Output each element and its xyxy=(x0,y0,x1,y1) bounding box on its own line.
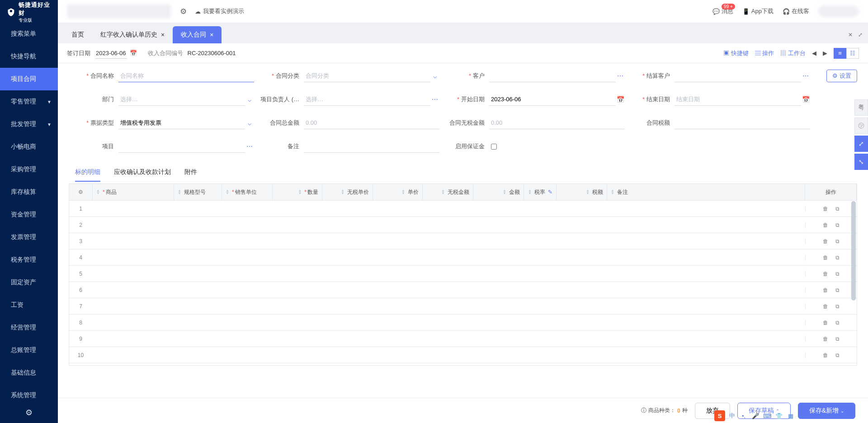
sidebar-item-15[interactable]: 基础信息 xyxy=(0,362,58,384)
view-list-button[interactable]: ≡ xyxy=(834,48,846,59)
sidebar-item-1[interactable]: 快捷导航 xyxy=(0,45,58,68)
copy-icon[interactable]: ⧉ xyxy=(835,222,840,228)
table-row[interactable]: 6🗑⧉ xyxy=(69,282,857,298)
calendar-icon[interactable]: 📅 xyxy=(616,96,625,103)
sidebar-item-11[interactable]: 固定资产 xyxy=(0,271,58,294)
table-row[interactable]: 3🗑⧉ xyxy=(69,233,857,249)
delete-icon[interactable]: 🗑 xyxy=(823,222,828,228)
view-grid-button[interactable]: ☷ xyxy=(846,48,859,59)
chevron-down-icon[interactable]: ⌵ xyxy=(245,96,254,103)
ime-icon[interactable]: 👕 xyxy=(774,411,784,421)
delete-icon[interactable]: 🗑 xyxy=(823,352,828,358)
table-row[interactable]: 4🗑⧉ xyxy=(69,249,857,265)
delete-icon[interactable]: 🗑 xyxy=(823,206,828,212)
table-row[interactable]: 11🗑⧉ xyxy=(69,363,857,365)
copy-icon[interactable]: ⧉ xyxy=(835,206,840,212)
sidebar-item-4[interactable]: 批发管理▼ xyxy=(0,113,58,136)
org-selector[interactable] xyxy=(67,4,171,19)
tab-close-icon[interactable]: × xyxy=(210,31,213,38)
rail-btn-1[interactable]: 粤 xyxy=(854,99,868,116)
sidebar-item-14[interactable]: 总账管理 xyxy=(0,339,58,362)
remark-input[interactable] xyxy=(304,140,439,153)
operate-button[interactable]: ▤ 操作 xyxy=(755,49,774,57)
table-row[interactable]: 7🗑⧉ xyxy=(69,298,857,314)
table-row[interactable]: 1🗑⧉ xyxy=(69,200,857,216)
more-icon[interactable]: ⋯ xyxy=(245,143,254,150)
project-input[interactable] xyxy=(118,140,245,153)
save-new-button[interactable]: 保存&新增⌄ xyxy=(798,403,855,419)
end-date-input[interactable] xyxy=(675,93,801,106)
sidebar-item-3[interactable]: 零售管理▼ xyxy=(0,90,58,113)
calendar-icon[interactable]: 📅 xyxy=(801,96,810,103)
sidebar-item-6[interactable]: 采购管理 xyxy=(0,158,58,181)
grid-gear-icon[interactable]: ⚙ xyxy=(69,184,93,200)
contract-category-select[interactable] xyxy=(304,70,430,82)
customer-input[interactable] xyxy=(489,70,616,82)
delete-icon[interactable]: 🗑 xyxy=(823,336,828,342)
detail-tab-0[interactable]: 标的明细 xyxy=(75,168,100,182)
sidebar-item-5[interactable]: 小畅电商 xyxy=(0,136,58,158)
table-row[interactable]: 10🗑⧉ xyxy=(69,347,857,363)
chevron-down-icon[interactable]: ⌵ xyxy=(245,119,254,127)
contract-name-input[interactable] xyxy=(118,70,254,82)
total-input[interactable] xyxy=(304,117,439,129)
scrollbar-thumb[interactable] xyxy=(851,201,856,301)
detail-tab-2[interactable]: 附件 xyxy=(184,168,197,182)
tab-close-icon[interactable]: × xyxy=(161,31,165,38)
sidebar-item-16[interactable]: 系统管理 xyxy=(0,384,58,402)
deposit-checkbox[interactable] xyxy=(491,144,497,150)
table-row[interactable]: 2🗑⧉ xyxy=(69,216,857,233)
nav-prev[interactable]: ◀ xyxy=(812,50,816,56)
sidebar-item-2[interactable]: 项目合同 xyxy=(0,68,58,90)
demo-link[interactable]: ☁ 我要看实例演示 xyxy=(195,7,244,15)
more-icon[interactable]: ⋯ xyxy=(430,96,439,103)
sidebar-item-9[interactable]: 发票管理 xyxy=(0,226,58,249)
copy-icon[interactable]: ⧉ xyxy=(835,303,840,310)
messages-button[interactable]: 💬 消息 99 + xyxy=(712,7,733,15)
sidebar-item-13[interactable]: 经营管理 xyxy=(0,316,58,339)
calendar-icon[interactable]: 📅 xyxy=(130,50,137,56)
rail-btn-4[interactable]: ⤡ xyxy=(854,154,868,170)
table-row[interactable]: 8🗑⧉ xyxy=(69,314,857,330)
copy-icon[interactable]: ⧉ xyxy=(835,254,840,261)
ime-icon[interactable]: ▦ xyxy=(786,411,796,421)
tab-1[interactable]: 红字收入确认单历史× xyxy=(92,26,173,43)
tab-2[interactable]: 收入合同× xyxy=(173,26,222,43)
app-download-button[interactable]: 📱 App下载 xyxy=(742,7,774,15)
sidebar-item-0[interactable]: 搜索菜单 xyxy=(0,23,58,45)
start-date-input[interactable] xyxy=(489,93,616,106)
sidebar-item-12[interactable]: 工资 xyxy=(0,294,58,316)
settings-icon[interactable]: ⚙ xyxy=(25,408,33,417)
tax-amount-input[interactable] xyxy=(675,117,810,129)
shortcut-button[interactable]: ▣ 快捷键 xyxy=(723,49,749,57)
sign-date-value[interactable]: 2023-06-06 xyxy=(95,48,127,59)
ime-icon[interactable]: •, xyxy=(739,411,749,421)
tab-0[interactable]: 首页 xyxy=(63,26,92,43)
copy-icon[interactable]: ⧉ xyxy=(835,320,840,326)
copy-icon[interactable]: ⧉ xyxy=(835,238,840,244)
dept-select[interactable] xyxy=(118,93,245,106)
copy-icon[interactable]: ⧉ xyxy=(835,287,840,293)
nav-next[interactable]: ▶ xyxy=(823,50,827,56)
copy-icon[interactable]: ⧉ xyxy=(835,352,840,358)
delete-icon[interactable]: 🗑 xyxy=(823,287,828,293)
user-avatar[interactable] xyxy=(818,5,859,17)
ime-icon[interactable]: 🎤 xyxy=(750,411,760,421)
table-row[interactable]: 9🗑⧉ xyxy=(69,330,857,347)
table-row[interactable]: 5🗑⧉ xyxy=(69,265,857,282)
sidebar-item-10[interactable]: 税务管理 xyxy=(0,249,58,271)
more-icon[interactable]: ⋯ xyxy=(616,72,625,80)
delete-icon[interactable]: 🗑 xyxy=(823,238,828,244)
chevron-down-icon[interactable]: ⌵ xyxy=(430,72,439,80)
detail-tab-1[interactable]: 应收确认及收款计划 xyxy=(114,168,171,182)
settings-icon[interactable]: ⚙ xyxy=(180,7,187,16)
tab-fullscreen[interactable]: ⤢ xyxy=(858,32,863,38)
ime-icon[interactable]: ⌨ xyxy=(762,411,772,421)
total-nt-input[interactable] xyxy=(489,117,625,129)
ime-main-icon[interactable]: S xyxy=(714,410,725,421)
more-icon[interactable]: ⋯ xyxy=(801,72,810,80)
delete-icon[interactable]: 🗑 xyxy=(823,254,828,261)
service-button[interactable]: 🎧 在线客 xyxy=(783,7,809,15)
edit-icon[interactable]: ✎ xyxy=(548,189,552,195)
settle-customer-input[interactable] xyxy=(675,70,801,82)
